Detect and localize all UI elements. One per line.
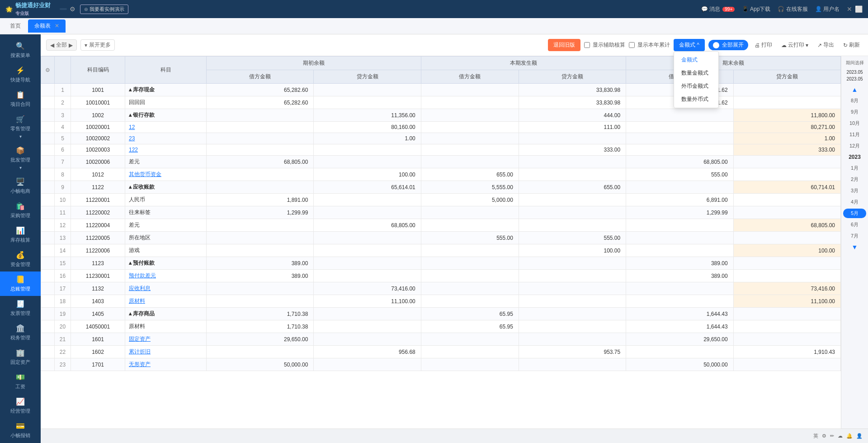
amount-cell: 555.00: [519, 232, 626, 244]
sidebar-item-search[interactable]: 🔍 搜索菜单: [0, 38, 41, 62]
mode-option-amount[interactable]: 金额式: [674, 53, 718, 67]
sidebar-item-projects[interactable]: 📋 项目合同: [0, 87, 41, 111]
cloud-status-btn[interactable]: ☁: [838, 433, 843, 439]
sidebar-label-retail: 零售管理: [10, 125, 30, 132]
down-arrow-icon[interactable]: ▼: [851, 243, 859, 252]
table-settings-icon[interactable]: ⚙: [45, 67, 50, 73]
account-name-cell[interactable]: 预付款差元: [125, 270, 207, 282]
amount-cell: [314, 84, 421, 96]
up-arrow-icon[interactable]: ▲: [851, 85, 859, 94]
amount-cell: 11,800.00: [733, 109, 840, 122]
month-12[interactable]: 12月: [843, 141, 866, 151]
amount-cell: [207, 181, 314, 194]
account-code-cell: 1405: [71, 308, 125, 320]
account-name-cell: 所在地区: [125, 232, 207, 244]
month-2[interactable]: 2月: [843, 175, 866, 184]
close-icon[interactable]: ✕: [847, 5, 852, 13]
settings-icon[interactable]: ⚙: [70, 5, 75, 13]
print-btn[interactable]: 🖨 打印: [752, 39, 775, 51]
account-name-cell[interactable]: 累计折旧: [125, 346, 207, 358]
sidebar-item-funds[interactable]: 💰 资金管理: [0, 247, 41, 272]
back-button[interactable]: 退回旧版: [548, 39, 580, 51]
search-icon: 🔍: [16, 42, 25, 50]
account-name-cell[interactable]: 固定资产: [125, 333, 207, 346]
account-name-cell[interactable]: 应收利息: [125, 282, 207, 295]
cloud-print-btn[interactable]: ☁ 云打印 ▾: [778, 39, 811, 51]
expand-all-toggle[interactable]: 全部展开: [708, 40, 748, 50]
app-download-btn[interactable]: 📱 App下载: [742, 5, 770, 13]
sidebar-item-tax[interactable]: 🏛️ 税务管理: [0, 320, 41, 345]
settings-status-btn[interactable]: ⚙: [822, 433, 826, 439]
account-name-cell[interactable]: 其他货币资金: [125, 168, 207, 181]
right-arrow-icon[interactable]: ▶: [69, 42, 73, 48]
amount-cell: [733, 168, 840, 181]
sidebar-item-retail[interactable]: 🛒 零售管理 ▾: [0, 111, 41, 143]
sidebar-item-payroll[interactable]: 💵 工资: [0, 369, 41, 394]
amount-cell: 389.00: [207, 257, 314, 270]
account-code-cell: 11230001: [71, 270, 125, 282]
row-number: 6: [55, 144, 71, 156]
sidebar-item-ledger[interactable]: 📒 总账管理: [0, 272, 41, 296]
row-number: 22: [55, 346, 71, 358]
account-name-cell[interactable]: 12: [125, 122, 207, 133]
show-auxiliary-checkbox[interactable]: [584, 42, 590, 48]
closing-balance-header: 期末余额: [626, 57, 841, 70]
sidebar-item-assets[interactable]: 🏢 固定资产: [0, 345, 41, 369]
lang-btn[interactable]: 英: [813, 433, 818, 439]
tab-home[interactable]: 首页: [4, 19, 27, 33]
mode-button[interactable]: 金额式 ^: [674, 39, 705, 51]
row-number: 7: [55, 156, 71, 168]
message-btn[interactable]: 💬 消息 99+: [701, 5, 735, 13]
sidebar-item-invoice[interactable]: 🧾 发票管理: [0, 296, 41, 320]
edit-btn[interactable]: ✏: [830, 433, 834, 439]
notify-btn[interactable]: 🔔: [846, 433, 853, 439]
mode-option-qty-amount[interactable]: 数量金额式: [674, 67, 718, 80]
month-5[interactable]: 5月: [843, 209, 866, 218]
month-4[interactable]: 4月: [843, 197, 866, 207]
refresh-btn[interactable]: ↻ 刷新: [840, 39, 863, 51]
month-8[interactable]: 8月: [843, 96, 866, 105]
amount-cell: 80,271.00: [733, 122, 840, 133]
row-number: 19: [55, 308, 71, 320]
user-status-btn[interactable]: 👤: [856, 433, 863, 439]
month-10[interactable]: 10月: [843, 119, 866, 128]
sidebar-item-inventory[interactable]: 📊 库存核算: [0, 223, 41, 247]
tab-balance[interactable]: 余额表 ✕: [28, 19, 66, 33]
user-avatar[interactable]: 👤 用户名: [815, 5, 840, 13]
show-ytd-checkbox[interactable]: [629, 42, 635, 48]
month-7[interactable]: 7月: [843, 231, 866, 241]
month-1[interactable]: 1月: [843, 163, 866, 173]
sidebar-item-quicknav[interactable]: ⚡ 快捷导航: [0, 62, 41, 87]
sidebar: 🔍 搜索菜单 ⚡ 快捷导航 📋 项目合同 🛒 零售管理 ▾ 📦 批发管理 ▾ 🖥…: [0, 34, 41, 443]
month-11[interactable]: 11月: [843, 130, 866, 139]
tab-close-icon[interactable]: ✕: [55, 23, 59, 29]
account-name-cell[interactable]: 23: [125, 133, 207, 144]
search-bar[interactable]: [60, 8, 67, 10]
demo-button[interactable]: ⊙ 我要看实例演示: [80, 5, 128, 14]
resize-icon[interactable]: ⬜: [855, 5, 863, 13]
sidebar-item-purchase[interactable]: 🛍️ 采购管理: [0, 198, 41, 223]
month-3[interactable]: 3月: [843, 186, 866, 195]
online-service-btn[interactable]: 🎧 在线客服: [778, 5, 807, 13]
year-2023[interactable]: 2023: [843, 152, 866, 162]
month-9[interactable]: 9月: [843, 107, 866, 117]
account-name-cell[interactable]: 无形资产: [125, 358, 207, 371]
mode-option-foreign-amount[interactable]: 外币金额式: [674, 80, 718, 93]
export-btn[interactable]: ↗ 导出: [815, 39, 837, 51]
account-name-cell[interactable]: 122: [125, 144, 207, 156]
sidebar-item-wholesale[interactable]: 📦 批发管理 ▾: [0, 143, 41, 174]
mode-option-qty-foreign[interactable]: 数量外币式: [674, 93, 718, 106]
sidebar-item-ecommerce[interactable]: 🖥️ 小畅电商: [0, 174, 41, 198]
wholesale-arrow-icon: ▾: [19, 165, 22, 170]
row-settings: [41, 206, 55, 219]
month-6[interactable]: 6月: [843, 220, 866, 229]
row-settings: [41, 181, 55, 194]
print-label: 打印: [761, 41, 772, 49]
table-container[interactable]: ⚙ 科目编码 科目 期初余额 本期发生额 期末余额 借方金额 贷方金额: [41, 56, 841, 429]
sidebar-item-operations[interactable]: 📈 经营管理: [0, 394, 41, 418]
account-name-cell[interactable]: 原材料: [125, 295, 207, 308]
expand-btn[interactable]: ▾ 展开更多: [80, 39, 115, 51]
app-logo: 🌟 畅捷通好业财 专业版: [5, 1, 51, 17]
sidebar-item-expense[interactable]: 💳 小畅报销: [0, 418, 41, 443]
filter-tag[interactable]: ◀ 全部 ▶: [46, 39, 77, 51]
